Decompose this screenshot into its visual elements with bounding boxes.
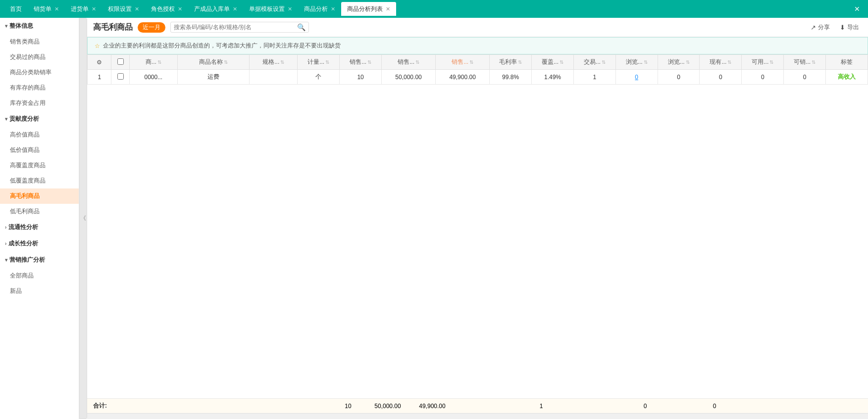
th-available-label: 可用... bbox=[752, 58, 768, 66]
sidebar-group-overall-label: 整体信息 bbox=[9, 22, 33, 30]
th-sales-cost[interactable]: 销售... ⇅ bbox=[436, 55, 490, 70]
sidebar-item-high-margin[interactable]: 高毛利商品 bbox=[0, 188, 79, 204]
sidebar-item-new-goods[interactable]: 新品 bbox=[0, 283, 79, 299]
th-code-label: 商... bbox=[146, 58, 156, 66]
th-gross-rate[interactable]: 毛利率 ⇅ bbox=[490, 55, 532, 70]
sidebar-group-liquidity[interactable]: › 流通性分析 bbox=[0, 219, 79, 235]
close-tab-permission-settings[interactable]: ✕ bbox=[135, 6, 139, 12]
footer-bar: 合计: 10 50,000.00 49,900.00 1 0 0 bbox=[87, 398, 868, 413]
tab-home[interactable]: 首页 bbox=[4, 2, 28, 16]
th-sales-cost-label: 销售... bbox=[452, 58, 468, 66]
share-button[interactable]: ↗ 分享 bbox=[808, 22, 833, 33]
th-current-stock[interactable]: 现有... ⇅ bbox=[700, 55, 742, 70]
close-window-button[interactable]: ✕ bbox=[850, 3, 864, 15]
th-transactions-label: 交易... bbox=[584, 58, 601, 66]
table-header-row: ⚙ 商... ⇅ 商品名称 bbox=[88, 55, 868, 70]
close-tab-product-analysis-list[interactable]: ✕ bbox=[386, 6, 390, 12]
sidebar-item-low-value[interactable]: 低价值商品 bbox=[0, 142, 79, 158]
tab-bar: 首页 销货单 ✕ 进货单 ✕ 权限设置 ✕ 角色授权 ✕ 产成品入库单 ✕ 单据… bbox=[0, 0, 868, 18]
th-sales-cost-sort-icon: ⇅ bbox=[469, 59, 473, 65]
th-sellable[interactable]: 可销... ⇅ bbox=[784, 55, 826, 70]
sidebar-item-in-stock[interactable]: 有库存的商品 bbox=[0, 80, 79, 95]
footer-sales-qty: 10 bbox=[331, 403, 365, 410]
tab-product-analysis[interactable]: 商品分析 ✕ bbox=[298, 2, 341, 16]
arrow-liquidity: › bbox=[5, 225, 6, 230]
th-transactions[interactable]: 交易... ⇅ bbox=[573, 55, 615, 70]
table-wrapper[interactable]: ⚙ 商... ⇅ 商品名称 bbox=[87, 54, 868, 398]
close-tab-product-analysis[interactable]: ✕ bbox=[331, 6, 335, 12]
collapse-icon: 《 bbox=[80, 214, 86, 223]
sidebar-item-category-rate[interactable]: 商品分类助销率 bbox=[0, 65, 79, 80]
arrow-growth: › bbox=[5, 241, 6, 246]
close-tab-role-auth[interactable]: ✕ bbox=[178, 6, 182, 12]
th-code[interactable]: 商... ⇅ bbox=[129, 55, 177, 70]
tab-permission-settings[interactable]: 权限设置 ✕ bbox=[102, 2, 145, 16]
th-settings[interactable]: ⚙ bbox=[88, 55, 111, 70]
th-tag: 标签 bbox=[826, 55, 868, 70]
settings-icon: ⚙ bbox=[97, 59, 102, 66]
th-available[interactable]: 可用... ⇅ bbox=[742, 55, 784, 70]
tab-product-analysis-list[interactable]: 商品分析列表 ✕ bbox=[341, 2, 396, 16]
th-name-sort-icon: ⇅ bbox=[224, 59, 228, 65]
th-sales-qty[interactable]: 销售... ⇅ bbox=[340, 55, 382, 70]
tab-role-auth[interactable]: 角色授权 ✕ bbox=[145, 2, 188, 16]
cell-sellable: 0 bbox=[784, 70, 826, 85]
sidebar-item-high-value[interactable]: 高价值商品 bbox=[0, 127, 79, 142]
sidebar-item-all-goods[interactable]: 全部商品 bbox=[0, 268, 79, 283]
th-unit-sort-icon: ⇅ bbox=[325, 59, 329, 65]
th-checkbox[interactable] bbox=[111, 55, 129, 70]
content-panel: 高毛利商品 近一月 🔍 ↗ 分享 ⬇ 导出 ☆ 企业的主要的利润都是这部分商品创… bbox=[87, 18, 868, 419]
tab-purchase-order[interactable]: 进货单 ✕ bbox=[65, 2, 102, 16]
cell-sales-qty: 10 bbox=[340, 70, 382, 85]
cell-transactions: 1 bbox=[573, 70, 615, 85]
cell-unit: 个 bbox=[298, 70, 340, 85]
th-available-sort-icon: ⇅ bbox=[769, 59, 773, 65]
cell-index: 1 bbox=[88, 70, 111, 85]
sidebar-group-marketing[interactable]: ▾ 营销推广分析 bbox=[0, 252, 79, 268]
cell-views1[interactable]: 0 bbox=[615, 70, 658, 85]
search-icon[interactable]: 🔍 bbox=[297, 23, 306, 31]
sidebar-group-contribution[interactable]: ▾ 贡献度分析 bbox=[0, 111, 79, 127]
select-all-checkbox[interactable] bbox=[117, 58, 124, 65]
tab-sales-order[interactable]: 销货单 ✕ bbox=[28, 2, 65, 16]
close-tab-template-settings[interactable]: ✕ bbox=[288, 6, 292, 12]
th-spec-label: 规格... bbox=[262, 58, 279, 66]
sidebar-item-high-coverage[interactable]: 高覆盖度商品 bbox=[0, 158, 79, 173]
th-views2[interactable]: 浏览... ⇅ bbox=[658, 55, 700, 70]
sidebar-item-capital[interactable]: 库存资金占用 bbox=[0, 95, 79, 111]
th-name[interactable]: 商品名称 ⇅ bbox=[177, 55, 249, 70]
search-input[interactable] bbox=[174, 24, 297, 31]
sidebar-group-overall[interactable]: ▾ 整体信息 bbox=[0, 18, 79, 34]
row-checkbox[interactable] bbox=[117, 73, 124, 80]
th-unit-label: 计量... bbox=[307, 58, 324, 66]
footer-sellable: 0 bbox=[697, 403, 732, 410]
sidebar-group-growth[interactable]: › 成长性分析 bbox=[0, 235, 79, 252]
sidebar: ▾ 整体信息 销售类商品 交易过的商品 商品分类助销率 有库存的商品 库存资金占… bbox=[0, 18, 79, 419]
header-actions: ↗ 分享 ⬇ 导出 bbox=[808, 22, 862, 33]
tip-text: 企业的主要的利润都是这部分商品创造的，可考虑加大推广，同时关注库存是不要出现缺货 bbox=[103, 42, 341, 50]
export-button[interactable]: ⬇ 导出 bbox=[837, 22, 862, 33]
sidebar-item-traded-goods[interactable]: 交易过的商品 bbox=[0, 49, 79, 65]
tab-product-inbound[interactable]: 产成品入库单 ✕ bbox=[188, 2, 243, 16]
th-coverage[interactable]: 覆盖... ⇅ bbox=[532, 55, 574, 70]
th-spec-sort-icon: ⇅ bbox=[280, 59, 284, 65]
th-sales-amount[interactable]: 销售... ⇅ bbox=[382, 55, 436, 70]
filter-button[interactable]: 近一月 bbox=[138, 22, 165, 33]
sidebar-item-low-coverage[interactable]: 低覆盖度商品 bbox=[0, 173, 79, 188]
tab-template-settings[interactable]: 单据模板设置 ✕ bbox=[243, 2, 298, 16]
footer-label: 合计: bbox=[93, 402, 123, 410]
sidebar-item-low-margin[interactable]: 低毛利商品 bbox=[0, 204, 79, 219]
sidebar-item-sales-goods[interactable]: 销售类商品 bbox=[0, 34, 79, 49]
cell-available: 0 bbox=[742, 70, 784, 85]
th-views1[interactable]: 浏览... ⇅ bbox=[615, 55, 658, 70]
close-tab-product-inbound[interactable]: ✕ bbox=[233, 6, 237, 12]
th-spec[interactable]: 规格... ⇅ bbox=[250, 55, 298, 70]
horizontal-scrollbar[interactable] bbox=[87, 413, 868, 419]
th-sellable-sort-icon: ⇅ bbox=[812, 59, 816, 65]
close-tab-sales-order[interactable]: ✕ bbox=[54, 6, 59, 12]
sidebar-collapse-button[interactable]: 《 bbox=[79, 18, 87, 419]
close-tab-purchase-order[interactable]: ✕ bbox=[92, 6, 96, 12]
th-coverage-label: 覆盖... bbox=[542, 58, 559, 66]
th-unit[interactable]: 计量... ⇅ bbox=[298, 55, 340, 70]
cell-checkbox[interactable] bbox=[111, 70, 129, 85]
